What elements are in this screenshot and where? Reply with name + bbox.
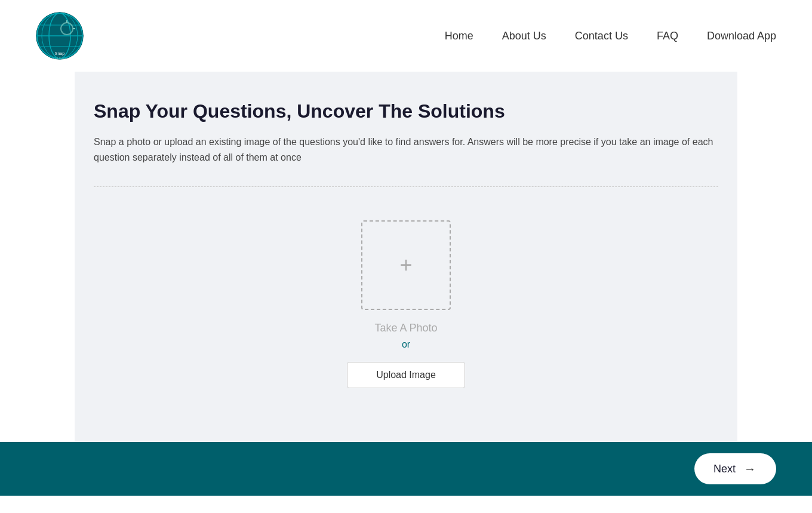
page-subtitle: Snap a photo or upload an existing image…: [94, 134, 718, 165]
upload-section: + Take A Photo or Upload Image: [94, 208, 718, 412]
main-content-area: Snap Your Questions, Uncover The Solutio…: [75, 72, 737, 442]
nav-download[interactable]: Download App: [707, 30, 776, 42]
section-divider: [94, 186, 718, 187]
header: Snap and Solve Home About Us Contact Us …: [0, 0, 812, 72]
nav-home[interactable]: Home: [445, 30, 473, 42]
logo: Snap and Solve: [36, 12, 84, 60]
photo-capture-box[interactable]: +: [361, 220, 451, 310]
upload-image-button[interactable]: Upload Image: [347, 362, 465, 388]
svg-text:Snap: Snap: [55, 51, 64, 56]
footer-bar: Next →: [0, 442, 812, 496]
next-arrow-icon: →: [743, 462, 757, 476]
nav-faq[interactable]: FAQ: [657, 30, 678, 42]
svg-text:and Solve: and Solve: [53, 57, 66, 60]
nav-contact[interactable]: Contact Us: [575, 30, 628, 42]
logo-area: Snap and Solve: [36, 12, 84, 60]
or-label: or: [402, 339, 410, 350]
page-title: Snap Your Questions, Uncover The Solutio…: [94, 100, 718, 122]
next-button[interactable]: Next →: [694, 453, 776, 484]
take-photo-label: Take A Photo: [374, 322, 437, 334]
next-button-label: Next: [713, 463, 736, 475]
nav-about[interactable]: About Us: [502, 30, 546, 42]
main-nav: Home About Us Contact Us FAQ Download Ap…: [445, 30, 776, 42]
plus-icon: +: [399, 254, 412, 276]
